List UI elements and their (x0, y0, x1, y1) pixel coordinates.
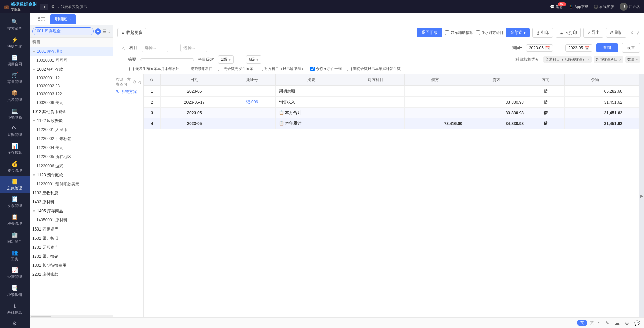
sidebar-item-payroll[interactable]: 👥 工资 (0, 247, 30, 264)
tree-item-10010001[interactable]: 10010001 同同同 (30, 56, 113, 65)
sidebar-item-retail[interactable]: 🛒 零售管理 (0, 69, 30, 87)
subject-input-left[interactable]: 选择... ··· (142, 44, 168, 52)
export-button[interactable]: ↗ 导出 (583, 28, 603, 38)
tree-item-10020002[interactable]: 10020002 23 (30, 82, 113, 90)
online-service-button[interactable]: 🎧 在线客服 (594, 4, 614, 9)
sidebar-item-purchase[interactable]: 🛍 采购管理 (0, 123, 30, 140)
bottom-icon-4[interactable]: ⊕ (624, 320, 630, 326)
th-settings[interactable]: ⚙ (144, 74, 160, 86)
message-button[interactable]: 💬 消息 99+ (550, 4, 563, 9)
tree-item-1001[interactable]: ▼ 1001 库存现金 (30, 47, 113, 56)
tree-item-14050001[interactable]: 14050001 原材料 (30, 216, 113, 225)
summary-input[interactable] (140, 58, 194, 61)
gear-icon[interactable]: ⚙ (51, 4, 55, 9)
sidebar-item-wholesale[interactable]: 📦 批发管理 (0, 87, 30, 105)
tree-item-1132[interactable]: 1132 应收利息 (30, 189, 113, 198)
tag-foreign-currency[interactable]: 外币核算科目 × (594, 56, 623, 63)
cb-hide-disabled[interactable]: 隐藏禁用科目 (185, 66, 213, 71)
sidebar-item-ops[interactable]: 📈 经营管理 (0, 264, 30, 282)
tree-item-10020001[interactable]: 10020001 12 (30, 74, 113, 82)
bottom-icon-3[interactable]: ☁ (613, 320, 621, 326)
tree-item-11220006[interactable]: 11220006 游戏 (30, 161, 113, 171)
tab-detail[interactable]: 明细账 × (50, 14, 76, 24)
sidebar-item-inventory[interactable]: 📊 库存核算 (0, 140, 30, 158)
show-subject-checkbox[interactable]: 显示对方科目 (476, 30, 503, 35)
settings-icon[interactable]: ⚙ (150, 78, 154, 82)
sidebar-item-system[interactable]: ⚙ 系统管理 (0, 318, 30, 328)
sidebar-item-tax[interactable]: 📋 税务管理 (0, 211, 30, 229)
tree-item-1702[interactable]: 1702 累计摊销 (30, 252, 113, 261)
bottom-icon-2[interactable]: ✎ (604, 320, 611, 326)
show-aux-checkbox[interactable]: 显示辅助核算 (445, 30, 473, 35)
tree-item-11220005[interactable]: 11220005 所在地区 (30, 152, 113, 161)
tag-close-icon[interactable]: × (619, 58, 621, 62)
subject-input-right[interactable]: 选择... ··· (180, 44, 207, 52)
level-from-input[interactable]: 1级 ▾ (218, 55, 234, 64)
tree-item-1403[interactable]: 1403 原材料 (30, 198, 113, 207)
app-download-button[interactable]: 📱 App下载 (569, 4, 588, 9)
tree-item-1122[interactable]: ▼ 1122 应收账款 (30, 116, 113, 125)
cb-opening-balance[interactable]: 期初余额显示本年累计发生额 (347, 66, 401, 71)
tree-expand-icon[interactable]: ↕ (108, 29, 110, 34)
tree-item-11230001[interactable]: 11230001 预付账款美元 (30, 180, 113, 189)
sidebar-item-ecommerce[interactable]: 💻 小畅电商 (0, 105, 30, 123)
bottom-icon-1[interactable]: ↑ (596, 320, 601, 326)
system-scheme[interactable]: ↻ 系统方案 (116, 89, 141, 95)
sidebar-item-basic[interactable]: ℹ 基础信息 (0, 300, 30, 318)
query-scheme-section[interactable]: 按以下方案查询 ⚙ ◁ (116, 77, 141, 87)
tree-item-11220004[interactable]: 11220004 美元 (30, 143, 113, 152)
tree-item-10020003[interactable]: 10020003 122 (30, 90, 113, 98)
amount-format-button[interactable]: 金额式 ▾ (506, 28, 530, 37)
sidebar-item-invoice[interactable]: 🧾 发票管理 (0, 193, 30, 211)
tree-item-11220002[interactable]: 11220002 往来标签 (30, 134, 113, 143)
tree-item-1405[interactable]: ▼ 1405 库存商品 (30, 207, 113, 216)
tree-item-2202[interactable]: 2202 应付账款 (30, 270, 113, 279)
back-old-version-button[interactable]: 退回旧版 (417, 28, 442, 37)
bottom-icon-5[interactable]: 💬 (633, 320, 641, 326)
cb-contra-subject[interactable]: 对方科目（显示辅助项） (259, 66, 305, 71)
sidebar-item-quicknav[interactable]: ⚡ 快捷导航 (0, 34, 30, 52)
language-button[interactable]: 英 (577, 320, 587, 326)
cb-balance-one-col[interactable]: 余额显示在一列 (310, 66, 342, 71)
filter-section-icon[interactable]: ⊙ ◁ (117, 45, 125, 50)
cell-voucher[interactable]: 记-006 (228, 97, 275, 108)
tag-normal-subject[interactable]: 普通科目（无特殊核算） × (543, 56, 591, 63)
tree-item-1602[interactable]: 1602 累计折旧 (30, 234, 113, 243)
tree-item-11220001[interactable]: 11220001 人民币 (30, 125, 113, 134)
setting-button[interactable]: 设置 (622, 43, 640, 53)
topbar-dropdown[interactable]: ▾ (40, 4, 48, 10)
cb-no-balance[interactable]: 无余额无发生显示 (218, 66, 253, 71)
more-button[interactable]: ▲ 收起更多 (117, 28, 146, 37)
period-from-input[interactable]: 2023-05 📅 (526, 44, 553, 52)
cloud-print-button[interactable]: ☁ 云打印 (556, 28, 581, 38)
search-button[interactable]: 查询 (596, 43, 618, 52)
sidebar-item-search[interactable]: 🔍 搜索菜单 (0, 16, 30, 34)
tab-close-icon[interactable]: × (69, 17, 71, 21)
right-collapse-sidebar[interactable]: ▶ (639, 74, 644, 317)
period-to-input[interactable]: 2023-05 📅 (565, 44, 592, 52)
refresh-button[interactable]: ↺ 刷新 (606, 28, 626, 38)
tree-body[interactable]: ▼ 1001 库存现金 10010001 同同同 ▼ 1002 银行存款 100… (30, 47, 113, 315)
tree-list-icon[interactable]: ☰ (102, 29, 107, 34)
scheme-arrow-icon[interactable]: ◁ (138, 80, 141, 84)
tag-close-icon[interactable]: × (587, 58, 589, 62)
cb-no-amount[interactable]: 无发生额显示本月本年累计 (129, 66, 179, 71)
tree-item-1002[interactable]: ▼ 1002 银行存款 (30, 65, 113, 74)
sidebar-item-general[interactable]: 📒 总账管理 (0, 176, 30, 193)
tree-item-1601[interactable]: 1601 固定资产 (30, 225, 113, 234)
tree-horizontal-scrollbar[interactable] (30, 315, 113, 317)
tag-quantity[interactable]: 数量 ▾ (625, 56, 640, 63)
sidebar-item-report[interactable]: 📑 小畅报销 (0, 282, 30, 300)
tree-selected-item[interactable]: 1001 库存现金 (32, 27, 94, 35)
print-button[interactable]: 🖨 打印 (532, 28, 553, 38)
expand-button[interactable]: ⤢ (636, 30, 640, 36)
tab-home[interactable]: 首页 (32, 14, 50, 24)
close-button[interactable]: × (630, 30, 633, 36)
sidebar-item-capital[interactable]: 💰 资金管理 (0, 158, 30, 176)
scheme-settings-icon[interactable]: ⚙ (132, 80, 136, 84)
sidebar-item-contract[interactable]: 📄 项目合同 (0, 52, 30, 69)
demo-link[interactable]: ○ 我要看实例演示 (57, 4, 87, 9)
user-menu[interactable]: U 用户名 (620, 3, 640, 11)
tree-item-1012[interactable]: 1012 其他货币资金 (30, 107, 113, 116)
tree-item-10020006[interactable]: 10020006 美元 (30, 98, 113, 107)
